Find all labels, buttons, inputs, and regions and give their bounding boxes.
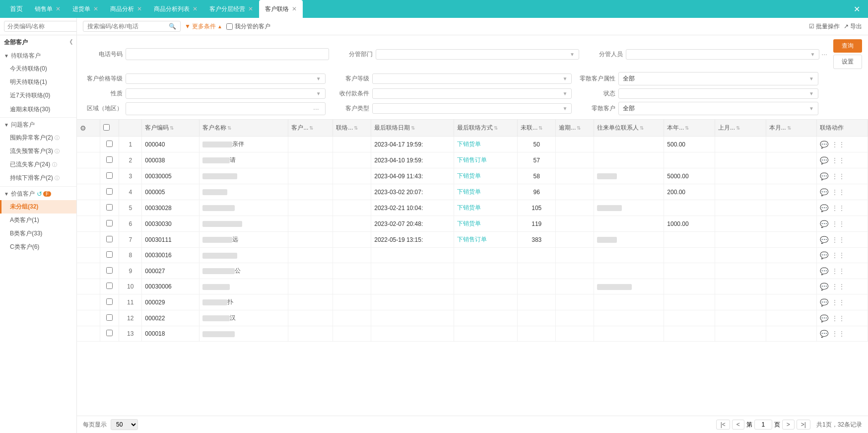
sort-nc-icon[interactable]: ⇅ [538,125,542,131]
sidebar-item-churn-warning[interactable]: 流失预警客户(3) ⓘ [0,144,76,158]
action-more-icon[interactable]: ⋮⋮ [831,236,845,244]
filter-retail-attr-select[interactable]: 全部 ▼ [618,72,818,85]
sort-tm-icon[interactable]: ⇅ [787,125,791,131]
nav-tab-product-analysis-list[interactable]: 商品分析列表 ✕ [148,0,203,18]
sidebar-group-problem[interactable]: ▼ 问题客户 [0,119,76,131]
contact-method-link[interactable]: 下销货单 [457,188,481,195]
contact-method-link[interactable]: 下销售订单 [457,236,487,243]
filter-search-input[interactable] [87,23,167,30]
row-checkbox[interactable] [106,204,113,211]
sidebar-item-b-class[interactable]: B类客户(33) [0,227,76,240]
sort-cc-icon[interactable]: ⇅ [640,125,644,131]
sort-lm-icon[interactable]: ⇅ [736,125,740,131]
action-chat-icon[interactable]: 💬 [820,236,828,244]
pager-first-btn[interactable]: |< [716,420,730,430]
nav-main-close[interactable]: ✕ [850,4,864,14]
reset-btn[interactable]: 设置 [833,55,862,69]
row-checkbox[interactable] [106,236,113,242]
export-btn[interactable]: ↗ 导出 [844,22,862,31]
close-sales-tab[interactable]: ✕ [56,5,61,12]
close-product-analysis-tab[interactable]: ✕ [137,5,142,12]
sidebar-item-hoard[interactable]: 囤购异常客户(2) ⓘ [0,131,76,144]
sort-ty-icon[interactable]: ⇅ [685,125,689,131]
action-more-icon[interactable]: ⋮⋮ [831,314,845,322]
sort-type-icon[interactable]: ⇅ [309,125,313,131]
filter-search-icon[interactable]: 🔍 [169,23,176,30]
close-customer-segment-tab[interactable]: ✕ [248,5,253,12]
sort-name-icon[interactable]: ⇅ [227,125,231,131]
contact-method-link[interactable]: 下销货单 [457,141,481,147]
row-checkbox[interactable] [106,251,113,258]
nav-tab-purchase[interactable]: 进货单 ✕ [67,0,104,18]
close-product-analysis-list-tab[interactable]: ✕ [193,5,198,12]
my-customers-checkbox[interactable] [226,23,233,30]
sidebar-group-value[interactable]: ▼ 价值客户 ↺ F [0,188,76,200]
row-checkbox[interactable] [106,141,113,147]
contact-method-link[interactable]: 下销售订单 [457,156,487,163]
action-more-icon[interactable]: ⋮⋮ [831,156,845,164]
filter-dept-select[interactable]: ▼ [376,49,579,60]
sidebar-group-pending[interactable]: ▼ 待联络客户 [0,50,76,62]
action-chat-icon[interactable]: 💬 [820,251,828,259]
sort-code-icon[interactable]: ⇅ [170,125,174,131]
filter-customer-type-select[interactable]: ▼ [372,103,572,114]
action-chat-icon[interactable]: 💬 [820,204,828,212]
value-refresh-icon[interactable]: ↺ [37,190,42,198]
action-chat-icon[interactable]: 💬 [820,330,828,338]
sidebar-item-churned[interactable]: 已流失客户(24) ⓘ [0,158,76,171]
action-more-icon[interactable]: ⋮⋮ [831,172,845,180]
close-purchase-tab[interactable]: ✕ [93,5,98,12]
sidebar-all-customers[interactable]: 全部客户 《 [0,35,76,50]
contact-method-link[interactable]: 下销货单 [457,172,481,179]
nav-home[interactable]: 首页 [4,4,29,13]
filter-status-select[interactable]: ▼ [618,88,818,99]
row-checkbox[interactable] [106,314,113,321]
pager-next-btn[interactable]: > [782,420,795,430]
pager-prev-btn[interactable]: < [732,420,744,430]
sidebar-item-declining[interactable]: 持续下滑客户(2) ⓘ [0,171,76,185]
nav-tab-sales[interactable]: 销售单 ✕ [29,0,67,18]
action-more-icon[interactable]: ⋮⋮ [831,330,845,338]
filter-retail-customer-select[interactable]: 全部 ▼ [618,102,818,115]
filter-customer-level-select[interactable]: ▼ [372,73,572,84]
action-chat-icon[interactable]: 💬 [820,156,828,164]
filter-region-ellipsis[interactable]: ··· [311,105,321,113]
my-customers-checkbox-label[interactable]: 我分管的客户 [226,22,270,31]
row-checkbox[interactable] [106,298,113,305]
filter-person-select[interactable]: ▼ [626,49,819,60]
row-checkbox[interactable] [106,172,113,179]
sidebar-item-7days[interactable]: 近7天待联络(0) [0,89,76,102]
row-checkbox[interactable] [106,267,113,274]
select-all-checkbox[interactable] [103,124,110,131]
action-chat-icon[interactable]: 💬 [820,283,828,290]
filter-nature-select[interactable]: ▼ [126,88,326,99]
contact-method-link[interactable]: 下销货单 [457,204,481,211]
sidebar-item-ungroup[interactable]: 未分组(32) [0,200,76,214]
filter-more-btn[interactable]: ▼ 更多条件 ▲ [185,22,222,31]
action-chat-icon[interactable]: 💬 [820,314,828,322]
action-chat-icon[interactable]: 💬 [820,141,828,148]
filter-region-select[interactable]: ··· [126,102,326,115]
sort-lcm-icon[interactable]: ⇅ [494,125,498,131]
nav-tab-customer-contact[interactable]: 客户联络 ✕ [259,0,303,18]
action-more-icon[interactable]: ⋮⋮ [831,141,845,148]
action-more-icon[interactable]: ⋮⋮ [831,220,845,228]
pager-last-btn[interactable]: >| [797,420,810,430]
table-settings-icon[interactable]: ⚙ [80,124,86,132]
contact-method-link[interactable]: 下销货单 [457,220,481,227]
sidebar-item-tomorrow[interactable]: 明天待联络(1) [0,75,76,89]
sidebar-item-a-class[interactable]: A类客户(1) [0,214,76,227]
sort-lcd-icon[interactable]: ⇅ [411,125,415,131]
nav-tab-customer-segment[interactable]: 客户分层经营 ✕ [203,0,259,18]
action-chat-icon[interactable]: 💬 [820,172,828,180]
sidebar-item-overdue[interactable]: 逾期未联络(30) [0,103,76,116]
filter-payment-select[interactable]: ▼ [372,88,572,99]
pager-page-input[interactable] [754,420,772,430]
filter-person-ellipsis[interactable]: ··· [819,50,829,58]
row-checkbox[interactable] [106,220,113,226]
action-more-icon[interactable]: ⋮⋮ [831,283,845,290]
batch-ops-btn[interactable]: ☑ 批量操作 [809,22,840,31]
action-chat-icon[interactable]: 💬 [820,220,828,228]
nav-tab-product-analysis[interactable]: 商品分析 ✕ [104,0,148,18]
filter-phone-input[interactable] [126,48,329,60]
